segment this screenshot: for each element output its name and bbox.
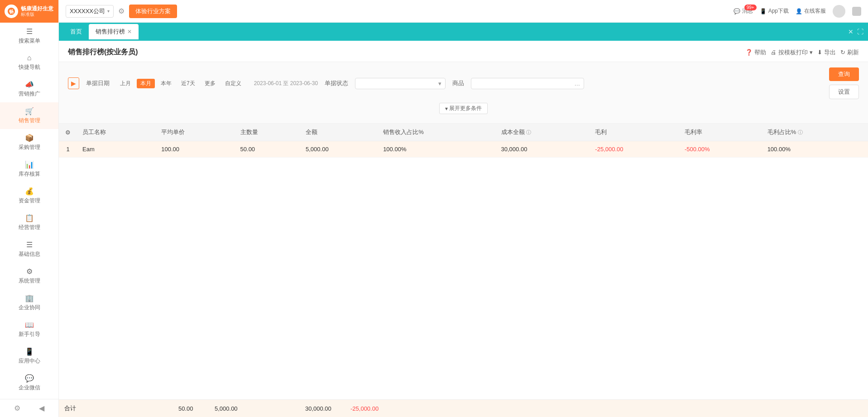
sidebar-item-marketing[interactable]: 📣 营销推广 (0, 76, 58, 102)
empty-space (59, 262, 868, 400)
sidebar-item-system[interactable]: ⚙ 系统管理 (0, 263, 58, 289)
trial-button[interactable]: 体验行业方案 (129, 5, 177, 18)
export-button[interactable]: ⬇ 导出 (817, 48, 836, 57)
table-row: 1 Eam 100.00 50.00 5,000.00 100.00% 30,0… (59, 141, 868, 158)
sidebar-item-label: 采购管理 (19, 144, 40, 151)
sales-icon: 🛒 (25, 107, 34, 115)
sidebar-item-inventory[interactable]: 📊 库存核算 (0, 156, 58, 182)
user-avatar[interactable] (833, 5, 845, 18)
finance-icon: 💰 (25, 187, 34, 196)
filter-area: ▶ 单据日期 上月 本月 本年 近7天 更多 自定义 2023-06-01 至 … (59, 62, 868, 124)
date-range-display: 2023-06-01 至 2023-06-30 (254, 80, 318, 87)
date-tab-more[interactable]: 更多 (201, 79, 219, 88)
top-header: XXXXXX公司 ▾ ⚙ 体验行业方案 💬 消息 99+ 📱 App下载 👤 在… (59, 0, 868, 23)
refresh-button[interactable]: ↻ 刷新 (840, 48, 859, 57)
print-button[interactable]: 🖨 按模板打印 ▾ (771, 48, 813, 57)
footer-amount: 5,000.00 (209, 405, 254, 412)
tab-close-icon[interactable]: ✕ (127, 29, 132, 35)
help-button[interactable]: ❓ 帮助 (745, 48, 766, 57)
cell-profit: -25,000.00 (590, 141, 679, 158)
cell-profit-pct: 100.00% (762, 141, 868, 158)
sidebar-item-operations[interactable]: 📋 经营管理 (0, 209, 58, 236)
sidebar-item-basic[interactable]: ☰ 基础信息 (0, 236, 58, 263)
date-tab-last-month[interactable]: 上月 (116, 79, 134, 88)
page-title: 销售排行榜(按业务员) (68, 48, 138, 57)
company-selector[interactable]: XXXXXX公司 ▾ (66, 5, 114, 18)
expand-more-button[interactable]: ▾ 展开更多条件 (439, 103, 488, 114)
sidebar-item-quick-nav[interactable]: ⌂ 快捷导航 (0, 49, 58, 76)
basic-icon: ☰ (26, 240, 33, 249)
col-settings[interactable]: ⚙ (59, 124, 77, 141)
app-download-button[interactable]: 📱 App下载 (760, 7, 789, 15)
footer-avg-price (137, 405, 173, 412)
sidebar-item-label: 营销推广 (19, 90, 40, 98)
footer-qty: 50.00 (173, 405, 209, 412)
home-icon: ⌂ (27, 54, 32, 62)
query-button[interactable]: 查询 (829, 67, 859, 81)
header-settings-icon[interactable]: ⚙ (118, 7, 125, 15)
chevron-down-icon: ▾ (107, 9, 110, 14)
message-button[interactable]: 💬 消息 99+ (734, 7, 753, 15)
sidebar-bottom: ⚙ ◀ (0, 399, 58, 417)
filter-more-row: ▾ 展开更多条件 (68, 99, 859, 118)
table-header-row: ⚙ 员工名称 平均单价 主数量 全额 (59, 124, 868, 141)
sidebar-item-label: 销售管理 (19, 117, 40, 125)
sidebar-settings-icon[interactable]: ⚙ (14, 404, 20, 412)
svg-text:畅: 畅 (9, 9, 14, 14)
sidebar-item-search[interactable]: ☰ 搜索菜单 (0, 23, 58, 49)
status-select-chevron-icon: ▾ (438, 80, 441, 87)
page-content: 销售排行榜(按业务员) ❓ 帮助 🖨 按模板打印 ▾ ⬇ 导出 (59, 41, 868, 417)
goods-select[interactable]: … (471, 78, 584, 89)
sidebar-item-purchase[interactable]: 📦 采购管理 (0, 129, 58, 156)
sidebar-item-sales[interactable]: 🛒 销售管理 (0, 102, 58, 129)
sidebar-item-enterprise[interactable]: 🏢 企业协同 (0, 289, 58, 316)
table-container: ⚙ 员工名称 平均单价 主数量 全额 (59, 124, 868, 262)
logo-icon: 畅 (5, 5, 18, 18)
app-center-icon: 📱 (25, 347, 34, 356)
goods-ellipsis: … (574, 80, 580, 87)
print-chevron-icon: ▾ (810, 49, 813, 56)
footer-sales-pct (254, 405, 300, 412)
guide-icon: 📖 (25, 321, 34, 329)
sidebar-item-label: 搜索菜单 (19, 37, 40, 45)
tab-bar: 首页 销售排行榜 ✕ ✕ ⛶ (59, 23, 868, 41)
cell-cost: 30,000.00 (496, 141, 590, 158)
col-amount: 全额 (300, 124, 378, 141)
app-logo: 畅 畅康通好生意 标准版 (0, 0, 58, 23)
footer-name (82, 405, 137, 412)
system-icon: ⚙ (26, 267, 33, 276)
settings-button[interactable]: 设置 (829, 85, 859, 99)
data-table: ⚙ 员工名称 平均单价 主数量 全额 (59, 124, 868, 158)
marketing-icon: 📣 (25, 80, 34, 89)
cell-qty: 50.00 (235, 141, 300, 158)
message-icon: 💬 (734, 8, 740, 14)
date-tab-this-year[interactable]: 本年 (157, 79, 175, 88)
col-sales-pct: 销售收入占比% (378, 124, 495, 141)
date-tab-this-month[interactable]: 本月 (137, 79, 155, 88)
sidebar-item-label: 库存核算 (19, 170, 40, 178)
sidebar-item-finance[interactable]: 💰 资金管理 (0, 182, 58, 209)
sidebar-item-label: 基础信息 (19, 250, 40, 258)
tab-home[interactable]: 首页 (63, 24, 89, 39)
window-expand-icon[interactable]: ⛶ (857, 28, 863, 35)
cost-info-icon[interactable]: ⓘ (526, 129, 531, 135)
profit-pct-info-icon[interactable]: ⓘ (798, 129, 803, 135)
tab-sales-rank[interactable]: 销售排行榜 ✕ (89, 24, 139, 39)
sidebar-item-label: 企业协同 (19, 304, 40, 312)
sidebar-item-app-center[interactable]: 📱 应用中心 (0, 343, 58, 369)
refresh-icon: ↻ (840, 49, 845, 56)
sidebar-item-guide[interactable]: 📖 新手引导 (0, 316, 58, 343)
status-select[interactable]: ▾ (355, 78, 446, 89)
sidebar-collapse-icon[interactable]: ◀ (39, 404, 44, 412)
message-badge: 99+ (744, 5, 757, 10)
online-service-button[interactable]: 👤 在线客服 (796, 7, 826, 15)
date-tab-custom[interactable]: 自定义 (221, 79, 245, 88)
tab-sales-rank-label: 销售排行榜 (96, 28, 125, 36)
filter-collapse-button[interactable]: ▶ (68, 77, 79, 89)
expand-icon: ▾ (445, 105, 448, 112)
sidebar-item-wechat[interactable]: 💬 企业微信 (0, 369, 58, 396)
window-close-icon[interactable]: ✕ (848, 28, 854, 35)
app-version: 标准版 (21, 12, 53, 17)
date-tab-7days[interactable]: 近7天 (177, 79, 199, 88)
col-profit-pct: 毛利占比% ⓘ (762, 124, 868, 141)
